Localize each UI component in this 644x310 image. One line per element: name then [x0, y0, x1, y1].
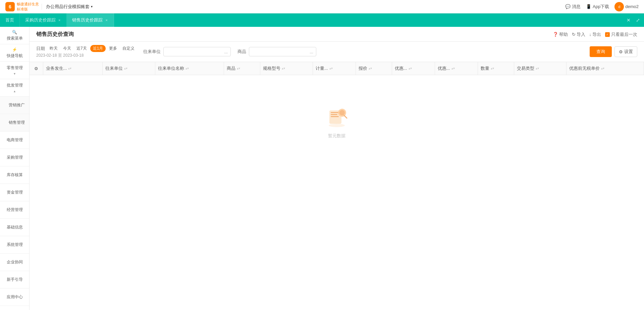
date-option-last1m[interactable]: 近1月 — [90, 45, 106, 52]
logo-line2: 标准版 — [17, 7, 39, 11]
sidebar-search-label: 搜索菜单 — [7, 36, 23, 41]
tab-purchase-history[interactable]: 采购历史价跟踪 × — [20, 13, 67, 27]
export-button[interactable]: ↓ 导出 — [589, 32, 601, 38]
sidebar-shortcut-label: 快捷导航 — [7, 53, 23, 59]
maximize-button[interactable]: ⤢ — [635, 16, 641, 24]
sidebar-inventory-label: 库存核算 — [7, 172, 23, 178]
sort-icon: ▴▾ — [282, 67, 285, 70]
sidebar-basicinfo-label: 基础信息 — [7, 224, 23, 230]
sidebar-item-retail[interactable]: 零售管理 ▾ — [0, 62, 29, 79]
date-option-more[interactable]: 更多 — [107, 45, 119, 52]
th-gear[interactable]: ⚙ — [30, 62, 43, 75]
table-header-row: ⚙ 业务发生... ▴▾ 往来单位 ▴▾ — [30, 62, 644, 75]
date-option-custom[interactable]: 自定义 — [120, 45, 137, 52]
sidebar-item-system[interactable]: 系统管理 — [0, 236, 29, 254]
sidebar-item-marketing[interactable]: 营销推广 — [0, 97, 29, 114]
logo-icon: 6 — [5, 2, 15, 11]
only-last-checkbox[interactable]: ✓ 只看最后一次 — [605, 32, 637, 38]
query-button[interactable]: 查询 — [590, 46, 612, 57]
chevron-down-icon: ▾ — [14, 72, 15, 75]
export-icon: ↓ — [589, 32, 592, 37]
sidebar-retail-label: 零售管理 — [7, 65, 23, 71]
sidebar-system-label: 系统管理 — [7, 242, 23, 248]
tabbar-actions: ✕ ⤢ — [623, 13, 644, 27]
tab-home[interactable]: 首页 — [0, 13, 20, 27]
tab-home-label: 首页 — [5, 17, 14, 23]
sidebar-item-shortcut[interactable]: ⚡ 快捷导航 — [0, 44, 29, 62]
user-profile[interactable]: d demo2 — [614, 2, 639, 11]
th-unit[interactable]: 计量... ▴▾ — [313, 62, 356, 75]
th-spec[interactable]: 规格型号 ▴▾ — [260, 62, 313, 75]
svg-point-6 — [339, 110, 345, 115]
th-trade-type[interactable]: 交易类型 ▴▾ — [514, 62, 567, 75]
content-area: 销售历史价查询 ❓ 帮助 ↻ 导入 ↓ 导出 ✓ — [30, 27, 644, 310]
sidebar-item-sales-mgmt[interactable]: 销售管理 — [0, 114, 29, 132]
sidebar-item-operations[interactable]: 经营管理 — [0, 201, 29, 219]
app-download-button[interactable]: 📱 App下载 — [586, 4, 609, 10]
sidebar-finance-label: 资金管理 — [7, 190, 23, 195]
sidebar-operations-label: 经营管理 — [7, 207, 23, 213]
partner-input-wrapper[interactable]: ... — [163, 47, 231, 56]
app-selector[interactable]: 办公用品行业模拟账套 ▾ — [42, 4, 93, 10]
tab-sales-history-close[interactable]: × — [105, 17, 108, 23]
sidebar-item-purchase[interactable]: 采购管理 — [0, 149, 29, 166]
goods-input[interactable] — [252, 49, 308, 54]
partner-input[interactable] — [166, 49, 223, 54]
settings-button[interactable]: ⚙ 设置 — [614, 46, 637, 57]
sort-icon: ▴▾ — [185, 67, 189, 70]
sidebar-ecommerce-label: 电商管理 — [7, 137, 23, 143]
th-quantity[interactable]: 数量 ▴▾ — [478, 62, 514, 75]
sidebar-item-wechat[interactable]: 企业微信 — [0, 306, 29, 310]
page-title-row: 销售历史价查询 ❓ 帮助 ↻ 导入 ↓ 导出 ✓ — [36, 31, 637, 41]
sidebar-item-wholesale[interactable]: 批发管理 ▴ — [0, 79, 29, 97]
message-icon: 💬 — [565, 4, 571, 9]
filter-actions-right: 查询 ⚙ 设置 — [590, 46, 637, 57]
th-discount2[interactable]: 优惠... ▴▾ — [435, 62, 478, 75]
sidebar-salesmgmt-label: 销售管理 — [9, 120, 25, 125]
th-pre-discount-price[interactable]: 优惠前无税单价 ▴▾ — [567, 62, 644, 75]
close-all-button[interactable]: ✕ — [625, 16, 632, 24]
app-selector-label: 办公用品行业模拟账套 — [46, 4, 90, 10]
th-biz-date[interactable]: 业务发生... ▴▾ — [43, 62, 102, 75]
message-button[interactable]: 💬 消息 — [565, 4, 581, 10]
sidebar-item-guide[interactable]: 新手引导 — [0, 271, 29, 289]
tab-sales-history[interactable]: 销售历史价跟踪 × — [67, 13, 114, 27]
th-goods[interactable]: 商品 ▴▾ — [224, 62, 260, 75]
sort-icon: ▴▾ — [491, 67, 494, 70]
tabbar: 首页 采购历史价跟踪 × 销售历史价跟踪 × ✕ ⤢ — [0, 13, 644, 27]
date-filter-options: 日期 昨天 今天 近7天 近1月 更多 自定义 — [36, 45, 137, 52]
chevron-up-icon: ▴ — [14, 89, 15, 93]
date-option-yesterday[interactable]: 昨天 — [48, 45, 60, 52]
filter-date-group: 日期 昨天 今天 近7天 近1月 更多 自定义 2023-02-18 至 202… — [36, 45, 137, 58]
sidebar-item-basic-info[interactable]: 基础信息 — [0, 219, 29, 236]
date-label: 日期 — [36, 46, 45, 52]
sort-icon: ▴▾ — [601, 67, 604, 70]
sidebar-item-search[interactable]: 🔍 搜索菜单 — [0, 27, 29, 44]
sort-icon: ▴▾ — [124, 67, 127, 70]
shortcut-icon: ⚡ — [12, 47, 17, 52]
sidebar-item-enterprise[interactable]: 企业协同 — [0, 254, 29, 271]
sidebar-item-app-center[interactable]: 应用中心 — [0, 289, 29, 306]
date-option-today[interactable]: 今天 — [61, 45, 73, 52]
date-option-last7[interactable]: 近7天 — [74, 45, 89, 52]
help-button[interactable]: ❓ 帮助 — [553, 32, 568, 38]
sidebar-item-finance[interactable]: 资金管理 — [0, 184, 29, 201]
goods-input-wrapper[interactable]: ... — [249, 47, 316, 56]
logo-letter: 6 — [9, 4, 11, 9]
empty-text: 暂元数据 — [328, 133, 345, 139]
import-label: 导入 — [577, 32, 585, 38]
th-discount1[interactable]: 优惠... ▴▾ — [392, 62, 435, 75]
th-partner-name[interactable]: 往来单位名称 ▴▾ — [155, 62, 224, 75]
topbar: 6 畅捷通好生意 标准版 办公用品行业模拟账套 ▾ 💬 消息 📱 App下载 d… — [0, 0, 644, 13]
svg-rect-3 — [331, 114, 337, 115]
import-button[interactable]: ↻ 导入 — [572, 32, 585, 38]
tab-purchase-history-close[interactable]: × — [58, 17, 61, 23]
sidebar-item-inventory[interactable]: 库存核算 — [0, 166, 29, 184]
sidebar-appcenter-label: 应用中心 — [7, 294, 23, 300]
topbar-left: 6 畅捷通好生意 标准版 办公用品行业模拟账套 ▾ — [5, 2, 93, 11]
only-last-label: 只看最后一次 — [611, 32, 637, 38]
sidebar-item-ecommerce[interactable]: 电商管理 — [0, 132, 29, 149]
logo-area: 6 畅捷通好生意 标准版 — [5, 2, 39, 11]
th-quoted-price[interactable]: 报价 ▴▾ — [356, 62, 392, 75]
th-partner-code[interactable]: 往来单位 ▴▾ — [102, 62, 155, 75]
